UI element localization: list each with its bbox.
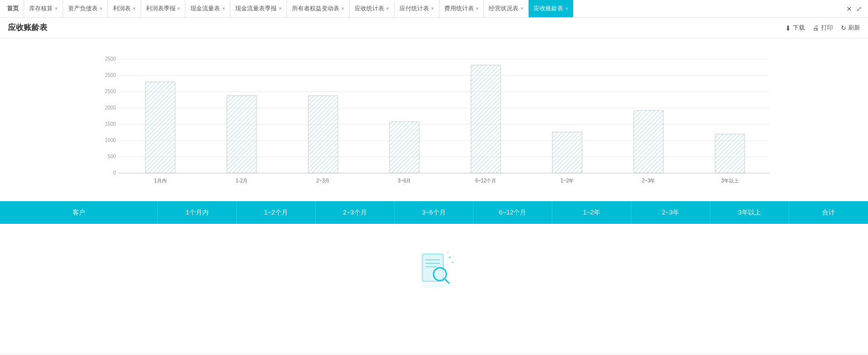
tab-ap-stat[interactable]: 应付统计表 × [395,0,439,18]
tab-cashflow-quarter-label: 现金流量表季报 [235,4,277,13]
tab-profit[interactable]: 利润表 × [108,0,141,18]
tab-inventory-label: 库存核算 [29,4,53,13]
svg-point-11 [452,262,454,263]
col-6-12month: 6~12个月 [473,201,552,224]
col-2-3month: 2~3个月 [316,201,395,224]
tab-home[interactable]: 首页 [2,0,24,18]
tab-cashflow-quarter-close[interactable]: × [279,6,282,11]
svg-point-8 [436,270,444,278]
col-3year-plus: 3年以上 [710,201,789,224]
bar-chart: 2500 2500 2500 2000 1500 1000 500 0 [15,48,853,196]
tab-cashflow-quarter[interactable]: 现金流量表季报 × [230,0,287,18]
main-content: 2500 2500 2500 2000 1500 1000 500 0 [0,38,868,354]
download-label: 下载 [793,24,805,32]
toolbar-actions: ⬇ 下载 🖨 打印 ↻ 刷新 [785,24,860,32]
tab-profit-quarter[interactable]: 利润表季报 × [141,0,186,18]
col-customer: 客户 [0,201,158,224]
tab-home-label: 首页 [7,4,19,13]
tab-ar-aging-close[interactable]: × [565,6,568,11]
svg-line-9 [444,279,449,283]
tab-bar: 首页 库存核算 × 资产负债表 × 利润表 × 利润表季报 × 现金流量表 × … [0,0,868,18]
tab-ap-stat-close[interactable]: × [431,6,434,11]
tab-ar-aging[interactable]: 应收账龄表 × [529,0,574,18]
tab-balance-close[interactable]: × [100,6,103,11]
refresh-icon: ↻ [841,24,846,32]
tab-equity-close[interactable]: × [341,6,344,11]
col-1month: 1个月内 [158,201,237,224]
bar-3-6month [390,122,419,173]
col-2-3year: 2~3年 [631,201,710,224]
tab-ar-stat-label: 应收统计表 [355,4,384,13]
bar-3year-plus [715,134,745,173]
tab-inventory-close[interactable]: × [55,6,58,11]
download-button[interactable]: ⬇ 下载 [785,24,805,32]
x-label-3year-plus: 3年以上 [721,178,739,183]
minimize-button[interactable]: ✕ [846,5,852,13]
tab-ar-stat-close[interactable]: × [386,6,389,11]
toolbar: 应收账龄表 ⬇ 下载 🖨 打印 ↻ 刷新 [0,18,868,38]
table-header: 客户 1个月内 1~2个月 2~3个月 3~6个月 6~12个月 1~2年 2~… [0,201,868,224]
tab-equity[interactable]: 所有者权益变动表 × [287,0,350,18]
y-label-1500: 1500 [105,121,116,127]
x-label-6-12month: 6~12个月 [475,178,497,183]
y-label-1000: 1000 [105,138,116,143]
bar-6-12month [471,65,501,173]
bar-1-2year [552,132,582,173]
y-label-2500a: 2500 [105,56,116,62]
col-1-2month: 1~2个月 [237,201,316,224]
y-label-500: 500 [108,154,116,159]
print-label: 打印 [821,24,833,32]
tab-profit-quarter-close[interactable]: × [178,6,181,11]
tab-ar-aging-label: 应收账龄表 [534,4,563,13]
bar-1month [145,82,175,173]
x-label-1-2month: 1-2月 [236,178,248,183]
tab-equity-label: 所有者权益变动表 [292,4,339,13]
col-total: 合计 [789,201,868,224]
col-3-6month: 3~6个月 [395,201,473,224]
svg-point-10 [449,256,451,258]
tab-profit-quarter-label: 利润表季报 [146,4,176,13]
x-label-3-6month: 3~6月 [398,178,411,183]
y-label-2500b: 2500 [105,72,116,78]
svg-point-1 [420,283,448,288]
y-label-0: 0 [113,170,116,176]
empty-state-icon [409,244,459,293]
tab-balance[interactable]: 资产负债表 × [63,0,108,18]
refresh-button[interactable]: ↻ 刷新 [841,24,860,32]
chart-area: 2500 2500 2500 2000 1500 1000 500 0 [0,38,868,201]
tab-inventory[interactable]: 库存核算 × [24,0,63,18]
tab-operation[interactable]: 经营状况表 × [484,0,529,18]
page-title: 应收账龄表 [8,23,47,33]
tab-profit-label: 利润表 [113,4,131,13]
refresh-label: 刷新 [848,24,860,32]
svg-point-12 [447,252,449,253]
print-button[interactable]: 🖨 打印 [813,24,833,32]
tab-expense-stat-label: 费用统计表 [444,4,474,13]
tab-cashflow-close[interactable]: × [222,6,225,11]
maximize-button[interactable]: ⤢ [856,5,862,13]
tab-cashflow-label: 现金流量表 [190,4,220,13]
y-label-2000: 2000 [105,105,116,110]
col-1-2year: 1~2年 [552,201,631,224]
x-label-2-3month: 2~3月 [317,178,330,183]
bar-2-3year [634,110,663,173]
window-controls: ✕ ⤢ [846,5,866,13]
print-icon: 🖨 [813,24,819,32]
tab-balance-label: 资产负债表 [68,4,98,13]
x-label-2-3year: 2~3年 [642,178,655,183]
tab-operation-close[interactable]: × [520,6,523,11]
bar-1-2month [227,96,256,173]
tab-expense-stat[interactable]: 费用统计表 × [439,0,484,18]
download-icon: ⬇ [785,24,791,32]
tab-operation-label: 经营状况表 [489,4,518,13]
x-label-1month: 1月内 [154,178,167,183]
tab-profit-close[interactable]: × [133,6,136,11]
tab-ap-stat-label: 应付统计表 [399,4,429,13]
bar-2-3month [308,96,338,173]
tab-cashflow[interactable]: 现金流量表 × [185,0,230,18]
y-label-2500c: 2500 [105,89,116,94]
tab-expense-stat-close[interactable]: × [476,6,479,11]
empty-state [0,224,868,313]
x-label-1-2year: 1~2年 [561,178,574,183]
tab-ar-stat[interactable]: 应收统计表 × [350,0,395,18]
